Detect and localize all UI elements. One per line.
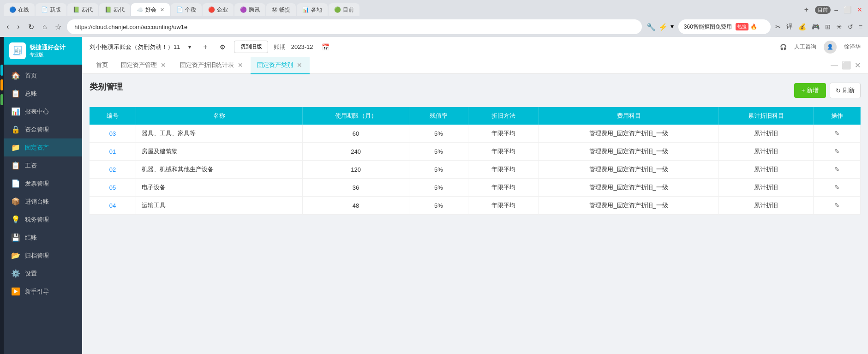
address-bar: ‹ › ↻ ⌂ ☆ 🔧 ⚡ ▾ 360智能抠图免费用 热搜 🔥 ✂ 译 💰 🎮 … bbox=[0, 17, 868, 37]
browser-tab-0[interactable]: 🔵在线 bbox=[4, 3, 35, 16]
browser-tab-9[interactable]: 📊各地 bbox=[297, 3, 328, 16]
edit-btn-4[interactable]: ✎ bbox=[814, 197, 861, 215]
user-dropdown-button[interactable]: ▾ bbox=[186, 42, 194, 52]
sidebar-item-报表中心[interactable]: 📊报表中心 bbox=[4, 102, 82, 120]
cell-1-4: 年限平均 bbox=[468, 143, 539, 161]
page-tab-label-3: 固定资产类别 bbox=[257, 61, 293, 69]
sidebar-item-资金管理[interactable]: 🔒资金管理 bbox=[4, 120, 82, 138]
browser-tab-3[interactable]: 📗易代 bbox=[99, 3, 130, 16]
edit-icon-1[interactable]: ✎ bbox=[834, 148, 840, 155]
sidebar-item-发票管理[interactable]: 📄发票管理 bbox=[4, 174, 82, 192]
cell-0-5: 管理费用_固定资产折旧_一级 bbox=[539, 125, 719, 143]
forward-button[interactable]: › bbox=[14, 21, 22, 33]
new-tab-button[interactable]: + bbox=[801, 4, 812, 16]
address-input[interactable] bbox=[67, 19, 642, 34]
edit-btn-2[interactable]: ✎ bbox=[814, 161, 861, 179]
sidebar-item-税务管理[interactable]: 💡税务管理 bbox=[4, 210, 82, 228]
sidebar-item-工资[interactable]: 📋工资 bbox=[4, 156, 82, 174]
translate-btn[interactable]: 译 bbox=[784, 21, 795, 33]
page-tab-固定资产类别[interactable]: 固定资产类别✕ bbox=[251, 57, 310, 74]
cell-3-4: 年限平均 bbox=[468, 179, 539, 197]
cell-4-2: 48 bbox=[302, 197, 409, 215]
browser-tab-6[interactable]: 🔴企业 bbox=[203, 3, 233, 16]
sidebar-icon-8: 💡 bbox=[11, 215, 20, 224]
brightness-btn[interactable]: ☀ bbox=[834, 21, 844, 32]
tab-expand-btn[interactable]: ⬜ bbox=[842, 61, 851, 70]
close-window-button[interactable]: ✕ bbox=[855, 4, 864, 15]
sidebar-label-9: 结账 bbox=[25, 234, 37, 242]
page-tab-label-2: 固定资产折旧统计表 bbox=[180, 61, 234, 69]
wallet-btn[interactable]: 💰 bbox=[796, 21, 808, 32]
logo-icon: 🧾 bbox=[9, 42, 26, 59]
back-button[interactable]: ‹ bbox=[4, 21, 12, 33]
add-button[interactable]: + 新增 bbox=[794, 83, 826, 98]
page-tab-close-3[interactable]: ✕ bbox=[296, 60, 303, 70]
calendar-icon[interactable]: 📅 bbox=[319, 42, 332, 53]
reload-button[interactable]: ↻ bbox=[25, 21, 37, 33]
top-bar: 刘小艳演示账套（勿删勿动！）11 ▾ + ⚙ 切到旧版 账期 2023-12 📅… bbox=[82, 37, 868, 57]
sidebar-icon-6: 📄 bbox=[11, 179, 20, 188]
user-name: 刘小艳演示账套（勿删勿动！）11 bbox=[90, 43, 180, 51]
accent-sidebar bbox=[0, 37, 4, 354]
logo-sub: 专业版 bbox=[30, 52, 66, 58]
page-tab-close-1[interactable]: ✕ bbox=[160, 60, 167, 70]
maximize-button[interactable]: ⬜ bbox=[842, 4, 853, 15]
settings-gear-button[interactable]: ⚙ bbox=[217, 42, 228, 53]
tab-close-btn[interactable]: ✕ bbox=[855, 61, 861, 70]
dropdown-icon[interactable]: ▾ bbox=[670, 23, 674, 31]
edit-btn-0[interactable]: ✎ bbox=[814, 125, 861, 143]
edit-icon-0[interactable]: ✎ bbox=[834, 130, 840, 137]
edit-btn-1[interactable]: ✎ bbox=[814, 143, 861, 161]
page-tab-close-2[interactable]: ✕ bbox=[237, 60, 244, 70]
cell-2-2: 120 bbox=[302, 161, 409, 179]
cell-0-4: 年限平均 bbox=[468, 125, 539, 143]
scissors-btn[interactable]: ✂ bbox=[773, 21, 783, 32]
browser-tab-8[interactable]: Ⓜ畅提 bbox=[266, 3, 296, 16]
sidebar-icon-3: 🔒 bbox=[11, 125, 20, 134]
switch-version-button[interactable]: 切到旧版 bbox=[234, 41, 268, 53]
sidebar-icon-12: ▶️ bbox=[11, 287, 20, 296]
cell-4-3: 5% bbox=[409, 197, 468, 215]
sidebar-item-归档管理[interactable]: 📂归档管理 bbox=[4, 246, 82, 264]
extension-icon-1: 🔧 bbox=[647, 23, 656, 31]
grid-btn[interactable]: ⊞ bbox=[823, 21, 832, 32]
sidebar-label-8: 税务管理 bbox=[25, 216, 49, 224]
edit-icon-3[interactable]: ✎ bbox=[834, 184, 840, 191]
sidebar-icon-0: 🏠 bbox=[11, 71, 20, 80]
tab-minimize-btn[interactable]: — bbox=[831, 61, 838, 70]
sidebar-item-设置[interactable]: ⚙️设置 bbox=[4, 264, 82, 282]
minimize-button[interactable]: – bbox=[832, 4, 840, 15]
edit-icon-4[interactable]: ✎ bbox=[834, 202, 840, 209]
sidebar-item-首页[interactable]: 🏠首页 bbox=[4, 66, 82, 84]
page-tab-固定资产折旧统计表[interactable]: 固定资产折旧统计表✕ bbox=[174, 57, 251, 74]
consult-label[interactable]: 人工咨询 bbox=[794, 43, 816, 51]
edit-btn-3[interactable]: ✎ bbox=[814, 179, 861, 197]
page-tab-固定资产管理[interactable]: 固定资产管理✕ bbox=[114, 57, 174, 74]
table-row: 03器具、工具、家具等605%年限平均管理费用_固定资产折旧_一级累计折旧✎ bbox=[90, 125, 861, 143]
browser-tab-10[interactable]: 🟢目前 bbox=[329, 3, 359, 16]
game-btn[interactable]: 🎮 bbox=[810, 21, 821, 32]
add-account-button[interactable]: + bbox=[199, 41, 211, 53]
browser-tab-1[interactable]: 📄新版 bbox=[36, 3, 66, 16]
browser-tab-5[interactable]: 📄个税 bbox=[171, 3, 202, 16]
cell-1-6: 累计折旧 bbox=[718, 143, 813, 161]
bookmark-button[interactable]: ☆ bbox=[52, 21, 64, 33]
menu-btn[interactable]: ≡ bbox=[857, 21, 864, 32]
sidebar-item-总账[interactable]: 📋总账 bbox=[4, 84, 82, 102]
sidebar-item-新手引导[interactable]: ▶️新手引导 bbox=[4, 282, 82, 300]
page-tab-首页[interactable]: 首页 bbox=[90, 57, 114, 74]
home-button[interactable]: ⌂ bbox=[40, 21, 50, 33]
browser-tab-4[interactable]: ☁️好会✕ bbox=[131, 3, 170, 16]
refresh-button[interactable]: ↻ 刷新 bbox=[830, 83, 861, 98]
sidebar-icon-9: 💾 bbox=[11, 233, 20, 242]
edit-icon-2[interactable]: ✎ bbox=[834, 166, 840, 173]
search-bar[interactable]: 360智能抠图免费用 热搜 🔥 bbox=[678, 19, 771, 34]
sidebar-label-10: 归档管理 bbox=[25, 252, 49, 260]
undo-btn[interactable]: ↺ bbox=[846, 21, 855, 32]
browser-tab-2[interactable]: 📗易代 bbox=[67, 3, 98, 16]
sidebar-item-固定资产[interactable]: 📁固定资产 bbox=[4, 138, 82, 156]
app-container: 🧾 畅捷通好会计 专业版 🏠首页📋总账📊报表中心🔒资金管理📁固定资产📋工资📄发票… bbox=[0, 37, 868, 354]
sidebar-item-结账[interactable]: 💾结账 bbox=[4, 228, 82, 246]
browser-tab-7[interactable]: 🟣腾讯 bbox=[234, 3, 265, 16]
sidebar-item-进销台账[interactable]: 📦进销台账 bbox=[4, 192, 82, 210]
